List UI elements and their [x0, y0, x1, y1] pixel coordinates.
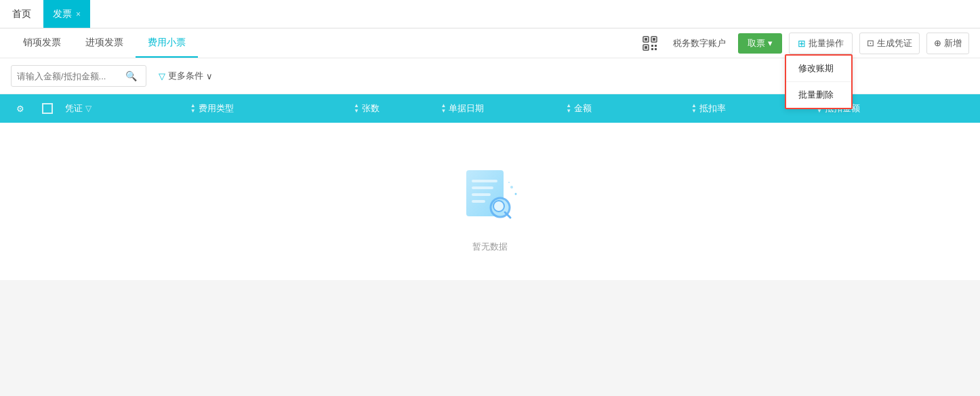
qr-icon-button[interactable]	[639, 33, 661, 54]
dropdown-item-modify-period[interactable]: 修改账期	[786, 56, 851, 81]
svg-rect-1	[645, 38, 647, 41]
svg-point-18	[510, 186, 513, 189]
sort-arrows-expense: ▲▼	[190, 103, 196, 114]
qr-icon	[642, 36, 657, 51]
sort-arrows-count: ▲▼	[354, 103, 359, 114]
tab-expense-receipt[interactable]: 费用小票	[136, 28, 198, 58]
sub-tabs-right: 税务数字账户 取票 ▾ ⊞ 批量操作 修改账期 批量删除 ⊡ 生成凭证 ⊕ 新增	[639, 33, 969, 54]
sub-tabs-left: 销项发票 进项发票 费用小票	[11, 28, 198, 58]
svg-point-19	[515, 193, 517, 195]
th-voucher-label: 凭证	[65, 102, 83, 115]
sub-tabs-bar: 销项发票 进项发票 费用小票 税务数字账户 取票 ▾	[0, 28, 980, 58]
add-new-icon: ⊕	[934, 38, 941, 48]
svg-rect-7	[655, 45, 657, 47]
svg-rect-11	[472, 180, 497, 182]
svg-rect-12	[472, 186, 493, 189]
svg-point-16	[493, 201, 504, 212]
th-settings[interactable]: ⚙	[5, 104, 35, 114]
sort-arrows-deduct-rate: ▲▼	[691, 103, 697, 114]
search-input-wrap: 🔍	[11, 65, 146, 87]
top-nav: 首页 发票 ×	[0, 0, 980, 28]
take-ticket-button[interactable]: 取票 ▾	[738, 33, 782, 54]
gen-voucher-icon: ⊡	[867, 38, 874, 48]
settings-gear-icon: ⚙	[16, 104, 24, 114]
th-date-label: 单据日期	[449, 102, 484, 115]
nav-tab-invoice[interactable]: 发票 ×	[43, 0, 90, 28]
sort-arrows-date: ▲▼	[441, 103, 446, 114]
take-ticket-dropdown-arrow: ▾	[768, 38, 773, 48]
more-conditions-label: 更多条件	[168, 70, 203, 82]
take-ticket-label: 取票	[748, 37, 765, 50]
svg-point-20	[508, 182, 510, 183]
th-expense-type: ▲▼ 费用类型	[185, 102, 348, 115]
tax-account-button[interactable]: 税务数字账户	[668, 37, 731, 50]
svg-rect-3	[653, 38, 655, 41]
filter-icon: ▽	[159, 71, 165, 81]
tab-income-invoice[interactable]: 进项发票	[73, 28, 136, 58]
dropdown-item-batch-delete[interactable]: 批量删除	[786, 81, 851, 108]
search-input[interactable]	[17, 71, 125, 81]
empty-state-icon	[456, 163, 524, 231]
svg-rect-5	[645, 46, 647, 49]
sort-arrows-amount: ▲▼	[566, 103, 571, 114]
th-expense-type-label: 费用类型	[199, 102, 234, 115]
gen-voucher-button[interactable]: ⊡ 生成凭证	[859, 33, 920, 54]
th-checkbox[interactable]	[35, 103, 60, 114]
svg-rect-6	[651, 45, 653, 47]
nav-tab-invoice-label: 发票	[53, 8, 72, 20]
empty-state-text: 暂无数据	[472, 241, 508, 253]
nav-home[interactable]: 首页	[0, 0, 43, 28]
th-date: ▲▼ 单据日期	[435, 102, 560, 115]
add-new-button[interactable]: ⊕ 新增	[926, 33, 969, 54]
batch-ops-label: 批量操作	[809, 37, 844, 50]
gen-voucher-label: 生成凭证	[877, 37, 912, 50]
more-conditions-button[interactable]: ▽ 更多条件 ∨	[153, 70, 218, 82]
th-deduct-rate-label: 抵扣率	[699, 102, 726, 115]
batch-ops-container: ⊞ 批量操作 修改账期 批量删除	[789, 33, 853, 54]
empty-state: 暂无数据	[0, 123, 980, 280]
th-amount-label: 金额	[574, 102, 592, 115]
batch-ops-dropdown: 修改账期 批量删除	[785, 54, 853, 109]
svg-rect-9	[655, 48, 657, 50]
th-count: ▲▼ 张数	[348, 102, 436, 115]
more-conditions-chevron: ∨	[206, 71, 213, 81]
th-count-label: 张数	[362, 102, 380, 115]
batch-ops-button[interactable]: ⊞ 批量操作	[789, 33, 853, 54]
close-tab-icon[interactable]: ×	[76, 9, 81, 19]
th-amount: ▲▼ 金额	[560, 102, 686, 115]
header-checkbox[interactable]	[42, 103, 53, 114]
th-voucher: 凭证 ▽	[60, 102, 185, 115]
batch-icon: ⊞	[798, 38, 806, 49]
search-icon[interactable]: 🔍	[125, 71, 137, 81]
svg-rect-8	[651, 48, 653, 50]
tab-sales-invoice[interactable]: 销项发票	[11, 28, 73, 58]
th-voucher-filter-icon[interactable]: ▽	[85, 104, 91, 113]
svg-rect-14	[472, 200, 485, 203]
svg-rect-13	[472, 193, 491, 196]
add-new-label: 新增	[944, 37, 962, 50]
